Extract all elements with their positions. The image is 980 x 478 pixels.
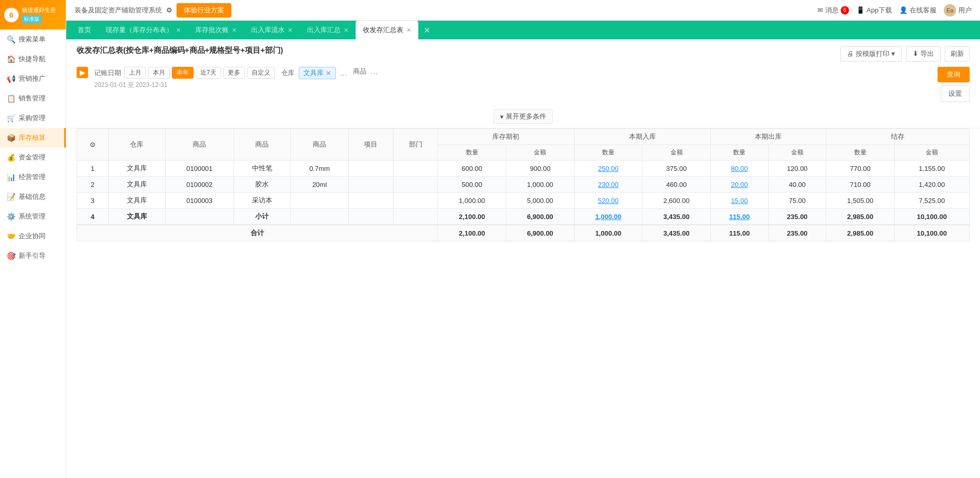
corp-icon: 🤝 xyxy=(6,231,16,241)
td-bal-amt: 10,100.00 xyxy=(894,209,969,225)
date-btn-this-month[interactable]: 本月 xyxy=(148,67,170,79)
sidebar-item-corp[interactable]: 🤝 企业协同 xyxy=(0,226,66,246)
td-in-num[interactable]: 520.00 xyxy=(574,193,642,209)
td-qi-num: 500.00 xyxy=(438,177,506,193)
goods-more-dots[interactable]: ... xyxy=(371,67,377,76)
tab-label: 现存量（库存分布表） xyxy=(106,25,173,35)
sidebar-item-basic[interactable]: 📝 基础信息 xyxy=(0,187,66,207)
sidebar-item-finance[interactable]: 💰 资金管理 xyxy=(0,148,66,167)
try-button[interactable]: 体验行业方案 xyxy=(177,3,231,18)
td-out-amt: 40.00 xyxy=(768,177,826,193)
tab-recv-send-summary[interactable]: 收发存汇总表 ✕ xyxy=(356,21,418,39)
home-icon: 🏠 xyxy=(6,54,16,64)
date-btn-last-month[interactable]: 上月 xyxy=(124,67,146,79)
print-button[interactable]: 🖨 按模版打印 ▾ xyxy=(840,46,902,62)
filter-toggle-button[interactable]: ▶ xyxy=(77,67,88,78)
content-area: 收发存汇总表(按仓库+商品编码+商品+规格型号+项目+部门) 🖨 按模版打印 ▾… xyxy=(66,39,980,478)
td-in-amt: 375.00 xyxy=(642,161,711,177)
sales-icon: 📋 xyxy=(6,94,16,103)
tab-close-icon[interactable]: ✕ xyxy=(344,27,348,34)
tab-flow[interactable]: 出入库流水 ✕ xyxy=(244,21,300,39)
td-in-num[interactable]: 230.00 xyxy=(574,177,642,193)
expand-filter-button[interactable]: ▾ 展开更多条件 xyxy=(493,109,553,124)
topbar: 装备及固定资产辅助管理系统 ⚙ 体验行业方案 ✉ 消息 6 📱 App下载 👤 … xyxy=(66,0,980,21)
sidebar-item-inventory[interactable]: 📦 库存核算 xyxy=(0,128,66,148)
sidebar-item-system[interactable]: ⚙️ 系统管理 xyxy=(0,207,66,226)
td-code: 0100003 xyxy=(165,193,233,209)
tab-close-icon[interactable]: ✕ xyxy=(406,27,411,34)
td-bal-num: 2,985.00 xyxy=(826,209,895,225)
settings-button[interactable]: 设置 xyxy=(941,85,970,102)
td-out-num[interactable]: 15.00 xyxy=(710,193,768,209)
tab-close-icon[interactable]: ✕ xyxy=(288,27,292,34)
sidebar-item-label: 新手引导 xyxy=(19,251,46,260)
message-badge: 6 xyxy=(841,6,849,15)
sidebar-item-label: 基础信息 xyxy=(19,192,46,201)
tab-batch[interactable]: 库存批次账 ✕ xyxy=(188,21,244,39)
purchase-icon: 🛒 xyxy=(6,113,16,123)
sidebar-item-purchase[interactable]: 🛒 采购管理 xyxy=(0,108,66,128)
tab-close-icon[interactable]: ✕ xyxy=(232,27,237,34)
th-in-amt: 金额 xyxy=(642,145,711,161)
expand-filter-row: ▾ 展开更多条件 xyxy=(66,107,980,128)
td-spec: 0.7mm xyxy=(290,161,348,177)
sidebar-item-label: 营销推广 xyxy=(19,74,46,83)
tab-label: 收发存汇总表 xyxy=(363,25,403,35)
message-label: 消息 xyxy=(825,6,839,15)
online-service-button[interactable]: 👤 在线客服 xyxy=(899,6,937,15)
marketing-icon: 📢 xyxy=(6,74,16,83)
user-button[interactable]: Ea 用户 xyxy=(944,4,972,17)
user-avatar: Ea xyxy=(944,4,956,17)
tab-summary-inout[interactable]: 出入库汇总 ✕ xyxy=(300,21,356,39)
app-download-button[interactable]: 📱 App下载 xyxy=(856,6,892,15)
warehouse-more-dots[interactable]: ... xyxy=(340,68,347,78)
query-button[interactable]: 查询 xyxy=(938,67,970,82)
sidebar-item-marketing[interactable]: 📢 营销推广 xyxy=(0,69,66,89)
message-button[interactable]: ✉ 消息 6 xyxy=(817,6,849,15)
sidebar-item-operation[interactable]: 📊 经营管理 xyxy=(0,167,66,187)
sidebar-item-label: 销售管理 xyxy=(19,94,46,103)
sidebar-item-sales[interactable]: 📋 销售管理 xyxy=(0,89,66,108)
date-btn-this-year[interactable]: 本年 xyxy=(172,67,194,79)
user-label: 用户 xyxy=(958,6,972,15)
td-qi-amt: 1,000.00 xyxy=(506,177,574,193)
td-in-num[interactable]: 1,000.00 xyxy=(574,209,642,225)
td-out-amt: 120.00 xyxy=(768,161,826,177)
sidebar-item-label: 资金管理 xyxy=(19,153,46,162)
brand-name: 畅捷通好生意 xyxy=(22,6,56,14)
footer-in-amt: 3,435.00 xyxy=(642,225,711,241)
td-out-num[interactable]: 115.00 xyxy=(710,209,768,225)
gear-icon[interactable]: ⚙ xyxy=(166,6,172,14)
tab-close-icon[interactable]: ✕ xyxy=(176,27,181,34)
date-btn-7days[interactable]: 近7天 xyxy=(196,67,221,79)
sidebar-item-guide[interactable]: 🎯 新手引导 xyxy=(0,246,66,266)
sidebar-item-quick-nav[interactable]: 🏠 快捷导航 xyxy=(0,49,66,69)
sidebar-item-label: 库存核算 xyxy=(19,133,46,142)
tab-stock-dist[interactable]: 现存量（库存分布表） ✕ xyxy=(98,21,188,39)
export-button[interactable]: ⬇ 导出 xyxy=(906,46,941,62)
message-icon: ✉ xyxy=(817,6,823,14)
th-qi-amt: 金额 xyxy=(506,145,574,161)
page-title: 收发存汇总表(按仓库+商品编码+商品+规格型号+项目+部门) xyxy=(77,46,283,55)
close-all-tabs-icon[interactable]: ✕ xyxy=(420,25,433,35)
td-dept xyxy=(393,161,437,177)
td-code: 0100001 xyxy=(165,161,233,177)
basic-icon: 📝 xyxy=(6,192,16,201)
date-btn-more[interactable]: 更多 xyxy=(223,67,245,79)
td-out-num[interactable]: 80.00 xyxy=(710,161,768,177)
td-in-num[interactable]: 250.00 xyxy=(574,161,642,177)
td-dept xyxy=(393,209,437,225)
table-section: ⚙ 仓库 商品 商品 商品 项目 部门 库存期初 本期入库 本期出库 结存 xyxy=(66,128,980,252)
date-btn-custom[interactable]: 自定义 xyxy=(247,67,275,79)
th-qi-num: 数量 xyxy=(438,145,506,161)
refresh-button[interactable]: 刷新 xyxy=(945,46,970,62)
service-label: 在线客服 xyxy=(910,6,937,15)
table-body: 1文具库0100001中性笔0.7mm600.00900.00250.00375… xyxy=(77,161,970,225)
th-group-qichu: 库存期初 xyxy=(438,129,574,145)
warehouse-tag-close[interactable]: ✕ xyxy=(326,69,331,77)
sidebar-item-search[interactable]: 🔍 搜索菜单 xyxy=(0,30,66,49)
td-spec xyxy=(290,209,348,225)
td-out-num[interactable]: 20.00 xyxy=(710,177,768,193)
tab-home[interactable]: 首页 xyxy=(70,21,98,39)
th-out-amt: 金额 xyxy=(768,145,826,161)
